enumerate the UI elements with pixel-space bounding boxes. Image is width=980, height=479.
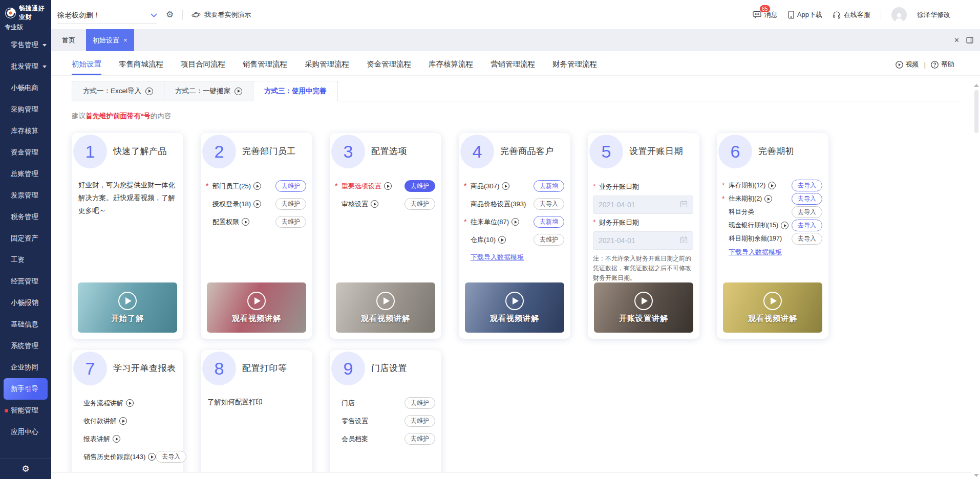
go-import-button[interactable]: 去导入 (792, 206, 822, 219)
play-icon[interactable] (371, 200, 378, 208)
go-import-button[interactable]: 去导入 (792, 233, 822, 245)
flow-tab[interactable]: 资金管理流程 (367, 59, 411, 75)
sidebar-item[interactable]: 小畅电商 (0, 77, 51, 99)
play-icon[interactable] (126, 399, 134, 407)
go-maintain-button[interactable]: 去维护 (275, 180, 306, 192)
sidebar-item[interactable]: 企业协同 (0, 357, 51, 378)
sidebar-item[interactable]: 批发管理 (0, 56, 51, 77)
sidebar-item[interactable]: 工资 (0, 249, 51, 271)
go-import-button[interactable]: 去导入 (792, 180, 822, 192)
sidebar-item[interactable]: 系统管理 (0, 335, 51, 357)
gear-icon[interactable]: ⚙ (166, 9, 174, 20)
horizontal-scrollbar[interactable] (51, 472, 972, 479)
play-icon[interactable] (235, 88, 242, 95)
go-import-button[interactable]: 去导入 (792, 193, 822, 205)
close-tab-icon[interactable]: × (123, 36, 127, 44)
play-icon[interactable] (502, 182, 509, 190)
sidebar-item[interactable]: 新手引导 (4, 378, 48, 400)
video-thumbnail[interactable]: 开始了解 (78, 282, 177, 333)
play-icon[interactable] (384, 182, 392, 190)
video-thumbnail[interactable]: 观看视频讲解 (723, 282, 822, 333)
method-tab[interactable]: 方式二：一键搬家 (164, 81, 253, 101)
play-icon[interactable] (253, 200, 261, 208)
help-button[interactable]: 帮助 (931, 60, 954, 69)
go-add-button[interactable]: 去新增 (534, 180, 564, 192)
go-add-button[interactable]: 去新增 (534, 216, 564, 228)
username[interactable]: 徐泽华修改 (917, 10, 950, 19)
sidebar-item[interactable]: 发票管理 (0, 185, 51, 206)
play-icon[interactable] (781, 222, 789, 229)
flow-tab[interactable]: 初始设置 (72, 59, 101, 75)
sidebar-settings-button[interactable]: ⚙ (0, 459, 51, 479)
scrollbar-thumb[interactable] (974, 90, 978, 133)
go-maintain-button[interactable]: 去维护 (404, 180, 435, 192)
play-icon[interactable] (512, 218, 519, 226)
flow-tab[interactable]: 财务管理流程 (552, 59, 597, 75)
video-button[interactable]: 视频 (896, 60, 919, 69)
go-maintain-button[interactable]: 去维护 (275, 198, 306, 210)
tab-initial-setup[interactable]: 初始设置 × (86, 29, 134, 51)
sidebar-item[interactable]: 采购管理 (0, 99, 51, 120)
go-maintain-button[interactable]: 去维护 (404, 397, 435, 409)
play-icon[interactable] (242, 218, 249, 226)
download-template-link[interactable]: 下载导入数据模板 (729, 248, 782, 257)
go-import-button[interactable]: 去导入 (534, 198, 564, 210)
sidebar-item[interactable]: 零售管理 (0, 34, 51, 56)
avatar[interactable] (891, 7, 907, 23)
online-service-button[interactable]: 在线客服 (833, 10, 870, 19)
play-icon[interactable] (148, 453, 156, 461)
sidebar-item[interactable]: 资金管理 (0, 142, 51, 163)
sidebar-item[interactable]: 智能管理 (0, 400, 51, 421)
go-maintain-button[interactable]: 去维护 (404, 415, 435, 427)
go-import-button[interactable]: 去导入 (792, 220, 822, 232)
video-thumbnail[interactable]: 观看视频讲解 (207, 282, 306, 333)
go-maintain-button[interactable]: 去维护 (275, 216, 306, 228)
download-template-link[interactable]: 下载导入数据模板 (471, 253, 524, 262)
app-download-button[interactable]: App下载 (788, 10, 822, 19)
flow-tab[interactable]: 零售商城流程 (119, 59, 163, 75)
go-import-button[interactable]: 去导入 (156, 451, 186, 463)
messages-button[interactable]: 消息 65 (753, 10, 778, 19)
date-input[interactable]: 2021-04-01 (593, 195, 693, 214)
scroll-up-icon[interactable] (974, 84, 979, 87)
play-icon[interactable] (113, 435, 120, 443)
flow-tab[interactable]: 库存核算流程 (429, 59, 473, 75)
play-icon[interactable] (119, 417, 127, 425)
sidebar-item[interactable]: 经营管理 (0, 271, 51, 292)
tab-home[interactable]: 首页 (51, 29, 86, 51)
video-thumbnail[interactable]: 开账设置讲解 (594, 282, 693, 333)
play-icon[interactable] (764, 195, 772, 203)
play-icon[interactable] (253, 182, 261, 190)
play-icon[interactable] (145, 88, 153, 95)
flow-tab[interactable]: 采购管理流程 (305, 59, 349, 75)
hint-suffix: 的内容 (151, 112, 172, 120)
video-thumbnail[interactable]: 观看视频讲解 (336, 282, 435, 333)
flow-tab[interactable]: 营销管理流程 (491, 59, 535, 75)
play-icon[interactable] (498, 236, 506, 244)
account-dropdown[interactable]: 徐老板勿删！ (57, 11, 157, 24)
video-caption: 观看视频讲解 (748, 314, 797, 323)
sidebar-item[interactable]: 固定资产 (0, 228, 51, 249)
sidebar-item[interactable]: 应用中心 (0, 421, 51, 443)
close-all-tabs-icon[interactable]: ✕ (954, 36, 960, 44)
sidebar-item-label: 经营管理 (11, 277, 38, 286)
scroll-down-icon[interactable] (974, 474, 979, 477)
sidebar-item[interactable]: 总账管理 (0, 163, 51, 185)
go-maintain-button[interactable]: 去维护 (534, 234, 564, 246)
video-thumbnail[interactable]: 观看视频讲解 (465, 282, 564, 333)
go-maintain-button[interactable]: 去维护 (404, 433, 435, 445)
flow-tab[interactable]: 销售管理流程 (243, 59, 287, 75)
play-icon[interactable] (768, 182, 776, 189)
demo-link[interactable]: 我要看实例演示 (191, 10, 251, 19)
flow-tab[interactable]: 项目合同流程 (181, 59, 225, 75)
sidebar-item[interactable]: 税务管理 (0, 206, 51, 228)
go-maintain-button[interactable]: 去维护 (404, 198, 435, 210)
tab-list-icon[interactable] (966, 37, 973, 43)
vertical-scrollbar[interactable] (973, 84, 979, 477)
sidebar-item[interactable]: 小畅报销 (0, 292, 51, 314)
date-input[interactable]: 2021-04-01 (593, 231, 693, 250)
sidebar-item[interactable]: 库存核算 (0, 120, 51, 142)
method-tab[interactable]: 方式一：Excel导入 (72, 81, 164, 101)
method-tab[interactable]: 方式三：使用中完善 (253, 81, 338, 101)
sidebar-item[interactable]: 基础信息 (0, 314, 51, 335)
